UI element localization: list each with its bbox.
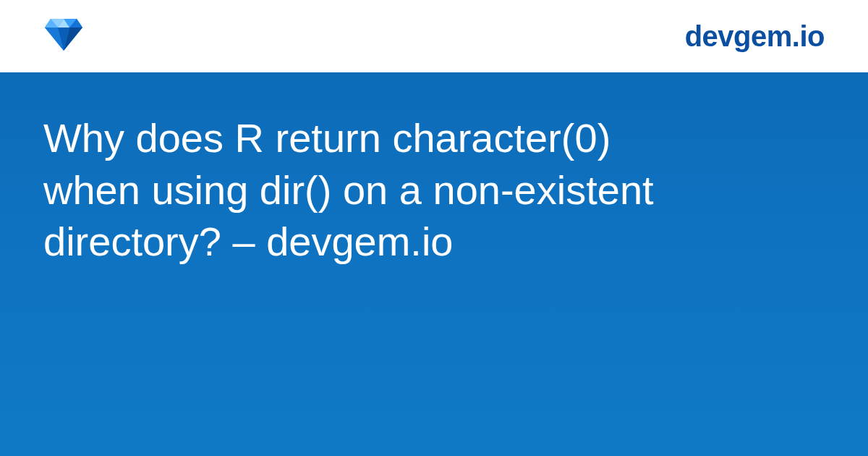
- gem-icon: [43, 17, 84, 55]
- social-card: devgem.io Why does R return character(0)…: [0, 0, 868, 456]
- hero-panel: Why does R return character(0) when usin…: [0, 72, 868, 456]
- page-title: Why does R return character(0) when usin…: [43, 112, 716, 268]
- header-bar: devgem.io: [0, 0, 868, 72]
- brand-wordmark: devgem.io: [685, 20, 825, 53]
- logo: [43, 17, 84, 55]
